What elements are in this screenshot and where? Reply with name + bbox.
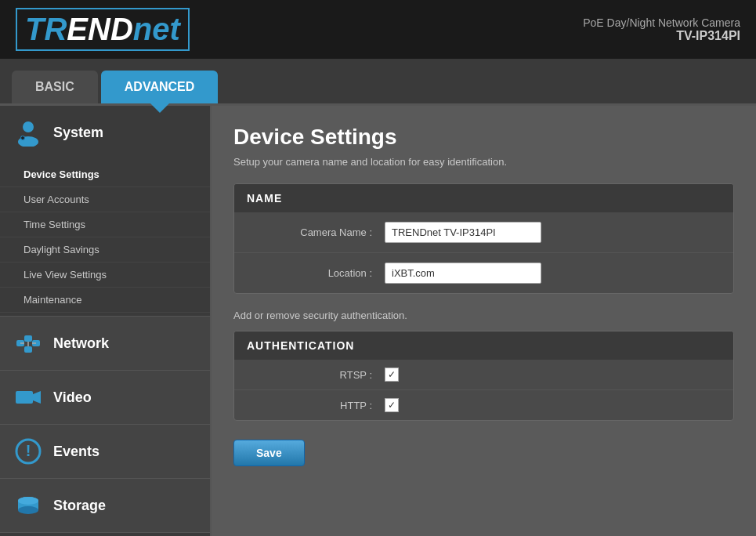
sidebar-item-live-view-settings[interactable]: Live View Settings [0,263,210,288]
location-input[interactable] [385,263,541,284]
camera-name-row: Camera Name : [234,212,733,253]
sidebar-title-storage: Storage [53,498,106,514]
sidebar-title-system: System [53,125,103,141]
sidebar-header-events[interactable]: ! Events [0,425,210,478]
rtsp-row: RTSP : ✓ [234,360,733,390]
svg-rect-6 [24,335,32,342]
auth-section-header: AUTHENTICATION [234,331,733,360]
sidebar-title-video: Video [53,389,92,406]
sidebar-title-events: Events [53,444,99,460]
auth-section: AUTHENTICATION RTSP : ✓ HTTP : ✓ [233,331,734,421]
svg-marker-13 [33,391,41,404]
sidebar-header-storage[interactable]: Storage [0,479,210,532]
page-subtitle: Setup your camera name and location for … [233,156,734,168]
sidebar-item-user-accounts[interactable]: User Accounts [0,187,210,212]
header: TRENDnet PoE Day/Night Network Camera TV… [0,0,756,59]
auth-intro: Add or remove security authentication. [233,310,734,321]
model-number: TV-IP314PI [583,29,740,43]
camera-name-label: Camera Name : [247,226,372,238]
storage-icon [13,490,44,521]
main-layout: System Device Settings User Accounts Tim… [0,106,756,536]
network-icon [13,328,44,359]
save-button[interactable]: Save [233,440,305,466]
rtsp-label: RTSP : [247,369,372,381]
svg-point-19 [18,497,38,505]
sidebar-item-daylight-savings[interactable]: Daylight Savings [0,237,210,263]
sidebar-section-video: Video [0,371,210,425]
name-section: NAME Camera Name : Location : [233,183,734,294]
tab-bar: BASIC ADVANCED [0,59,756,106]
sidebar-section-network: Network [0,317,210,371]
tab-basic[interactable]: BASIC [12,71,98,103]
svg-point-0 [23,121,34,132]
sidebar: System Device Settings User Accounts Tim… [0,106,212,536]
system-icon [13,117,44,148]
tab-advanced[interactable]: ADVANCED [101,71,218,103]
name-section-header: NAME [234,184,733,212]
http-checkbox[interactable]: ✓ [385,398,399,412]
sidebar-section-events: ! Events [0,425,210,479]
logo-text: TRENDnet [25,12,180,46]
logo: TRENDnet [16,8,190,51]
video-icon [13,382,44,413]
camera-name-input[interactable] [385,222,541,243]
svg-text:!: ! [26,442,31,459]
sidebar-item-maintenance[interactable]: Maintenance [0,288,210,313]
sidebar-header-system[interactable]: System [0,106,210,159]
content-area: Device Settings Setup your camera name a… [212,106,756,536]
header-info: PoE Day/Night Network Camera TV-IP314PI [583,16,740,43]
sidebar-item-time-settings[interactable]: Time Settings [0,212,210,237]
sidebar-section-system: System Device Settings User Accounts Tim… [0,106,210,317]
product-line: PoE Day/Night Network Camera [583,16,740,29]
svg-point-18 [18,506,38,514]
sidebar-items-system: Device Settings User Accounts Time Setti… [0,159,210,316]
svg-rect-8 [24,346,32,353]
sidebar-header-network[interactable]: Network [0,317,210,370]
sidebar-title-network: Network [53,335,109,352]
http-label: HTTP : [247,400,372,411]
sidebar-header-video[interactable]: Video [0,371,210,424]
location-label: Location : [247,267,372,279]
page-title: Device Settings [233,125,734,150]
rtsp-checkbox[interactable]: ✓ [385,368,399,382]
events-icon: ! [13,436,44,467]
svg-rect-12 [16,391,33,404]
logo-box: TRENDnet [16,8,190,51]
sidebar-section-storage: Storage [0,479,210,533]
location-row: Location : [234,253,733,293]
http-row: HTTP : ✓ [234,390,733,420]
sidebar-item-device-settings[interactable]: Device Settings [0,162,210,187]
